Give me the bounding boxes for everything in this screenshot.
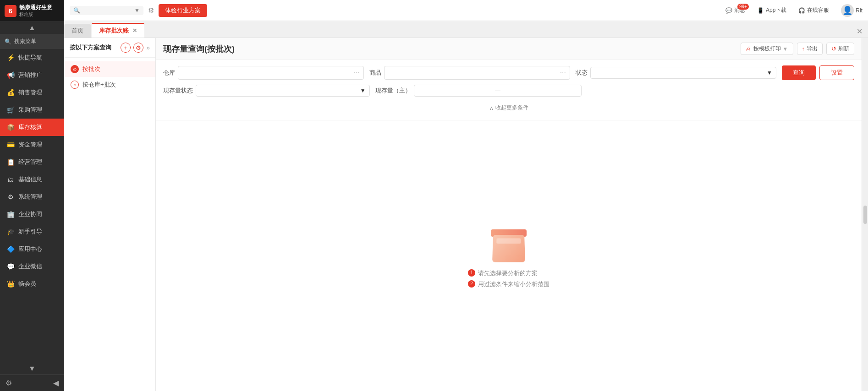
empty-hint-2: 2 用过滤条件来缩小分析范围 xyxy=(468,280,549,288)
status-select[interactable]: ▼ xyxy=(590,67,776,79)
product-input[interactable]: ··· xyxy=(384,66,570,80)
sidebar-item-operations[interactable]: 📋 经营管理 xyxy=(0,153,64,171)
sidebar-item-wechat[interactable]: 💬 企业微信 xyxy=(0,258,64,275)
product-dots-icon[interactable]: ··· xyxy=(560,69,566,77)
left-panel-header: 按以下方案查询 + ⚙ » xyxy=(64,38,155,58)
sidebar-item-member[interactable]: 👑 畅会员 xyxy=(0,275,64,293)
sidebar-search-label: 搜索菜单 xyxy=(14,38,36,45)
sidebar-item-label: 畅会员 xyxy=(18,280,36,288)
collapse-more-btn[interactable]: ∧ 收起更多条件 xyxy=(163,101,854,114)
inventory-status-field: 现存量状态 ▼ xyxy=(163,85,370,97)
query-btn[interactable]: 查询 xyxy=(782,65,816,80)
export-icon: ↑ xyxy=(802,45,805,52)
sidebar-item-label: 采购管理 xyxy=(18,106,42,114)
sidebar-item-newbie[interactable]: 🎓 新手引导 xyxy=(0,223,64,240)
settings-scheme-btn[interactable]: ⚙ xyxy=(133,43,143,53)
warehouse-input[interactable]: ··· xyxy=(178,66,364,80)
sidebar-item-finance[interactable]: 💳 资金管理 xyxy=(0,136,64,153)
collapse-left-panel-icon[interactable]: » xyxy=(146,44,150,51)
inventory-qty-range[interactable]: — xyxy=(414,85,582,97)
warehouse-dots-icon[interactable]: ··· xyxy=(354,69,360,77)
sidebar-footer: ⚙ ◀ xyxy=(0,375,64,391)
page-header: 现存量查询(按批次) 🖨 按模板打印 ▼ ↑ 导出 ↺ 刷新 xyxy=(156,38,862,60)
tabs-bar: 首页 库存批次账 ✕ ✕ xyxy=(64,21,868,38)
settings-footer-icon[interactable]: ⚙ xyxy=(5,379,12,387)
inventory-status-chevron-icon: ▼ xyxy=(360,87,366,94)
print-btn[interactable]: 🖨 按模板打印 ▼ xyxy=(741,43,793,55)
sidebar: 6 畅康通好生意 标准版 ▲ 🔍 搜索菜单 ⚡ 快捷导航 📢 营销推广 💰 销售… xyxy=(0,0,64,391)
sidebar-item-apps[interactable]: 🔷 应用中心 xyxy=(0,240,64,258)
product-label: 商品 xyxy=(369,69,381,77)
empty-box xyxy=(492,234,525,262)
refresh-btn[interactable]: ↺ 刷新 xyxy=(826,43,854,55)
top-bar: 🔍 ▼ ⚙ 体验行业方案 💬 消息 99+ 📱 App下载 🎧 在线客服 👤 R… xyxy=(64,0,868,21)
sidebar-item-marketing[interactable]: 📢 营销推广 xyxy=(0,66,64,84)
warehouse-field: 仓库 ··· xyxy=(163,66,364,80)
tab-home[interactable]: 首页 xyxy=(64,24,91,38)
inventory-status-select[interactable]: ▼ xyxy=(196,85,370,97)
sidebar-item-label: 应用中心 xyxy=(18,245,42,253)
scheme-item-by-batch[interactable]: ⊙ 按批次 xyxy=(64,61,155,77)
inventory-qty-label: 现存量（主） xyxy=(375,87,411,95)
collapse-label: 收起更多条件 xyxy=(495,104,528,112)
topbar-search-input[interactable] xyxy=(82,7,132,14)
service-icon: 🎧 xyxy=(798,7,805,14)
add-scheme-btn[interactable]: + xyxy=(121,43,131,53)
tab-close-icon[interactable]: ✕ xyxy=(132,27,137,34)
username: Rit xyxy=(856,7,863,14)
topbar-chevron-icon[interactable]: ▼ xyxy=(134,7,140,14)
filter-settings-btn[interactable]: 设置 xyxy=(819,65,854,80)
sidebar-item-label: 库存核算 xyxy=(18,123,42,131)
scheme-inactive-icon: ○ xyxy=(71,81,79,89)
inventory-qty-max[interactable] xyxy=(504,87,577,94)
experience-btn[interactable]: 体验行业方案 xyxy=(159,4,207,17)
tab-panel-close-icon[interactable]: ✕ xyxy=(851,27,868,38)
tab-inventory-batch[interactable]: 库存批次账 ✕ xyxy=(92,23,144,38)
avatar: 👤 xyxy=(841,4,854,17)
user-action[interactable]: 👤 Rit xyxy=(841,4,863,17)
search-icon: 🔍 xyxy=(5,38,11,45)
sidebar-item-label: 资金管理 xyxy=(18,141,42,149)
scrollbar-handle[interactable] xyxy=(863,206,867,224)
operations-icon: 📋 xyxy=(6,158,15,166)
sidebar-scroll-down[interactable]: ▼ xyxy=(0,363,64,375)
sidebar-item-system[interactable]: ⚙ 系统管理 xyxy=(0,188,64,206)
company-name: 畅康通好生意 xyxy=(19,4,52,11)
app-download-label: App下载 xyxy=(766,6,786,14)
sidebar-item-enterprise[interactable]: 🏢 企业协同 xyxy=(0,206,64,223)
basics-icon: 🗂 xyxy=(6,175,15,184)
status-chevron-icon: ▼ xyxy=(767,70,772,76)
collapse-sidebar-icon[interactable]: ◀ xyxy=(53,379,59,387)
sidebar-item-label: 企业协同 xyxy=(18,210,42,218)
quick-nav-icon: ⚡ xyxy=(6,54,15,62)
sidebar-scroll-up[interactable]: ▲ xyxy=(0,22,64,34)
topbar-gear-icon[interactable]: ⚙ xyxy=(148,6,154,15)
hint-num-2: 2 xyxy=(468,280,475,288)
scheme-item-by-warehouse-batch[interactable]: ○ 按仓库+批次 xyxy=(64,77,155,92)
finance-icon: 💳 xyxy=(6,141,15,149)
messages-badge: 99+ xyxy=(737,4,749,10)
sidebar-item-label: 基础信息 xyxy=(18,175,42,184)
topbar-search-box[interactable]: 🔍 ▼ xyxy=(70,6,143,15)
online-service-action[interactable]: 🎧 在线客服 xyxy=(798,6,829,14)
sidebar-search-item[interactable]: 🔍 搜索菜单 xyxy=(0,34,64,49)
export-btn[interactable]: ↑ 导出 xyxy=(797,43,823,55)
warehouse-label: 仓库 xyxy=(163,69,175,77)
inventory-qty-dash: — xyxy=(495,87,500,94)
sidebar-item-sales[interactable]: 💰 销售管理 xyxy=(0,84,64,101)
sidebar-item-label: 快捷导航 xyxy=(18,54,42,62)
inventory-qty-min[interactable] xyxy=(418,87,491,94)
sidebar-item-basics[interactable]: 🗂 基础信息 xyxy=(0,171,64,188)
scheme-by-warehouse-batch-label: 按仓库+批次 xyxy=(82,81,116,89)
sidebar-item-purchase[interactable]: 🛒 采购管理 xyxy=(0,101,64,119)
sidebar-item-inventory[interactable]: 📦 库存核算 xyxy=(0,119,64,136)
content-area: 按以下方案查询 + ⚙ » ⊙ 按批次 ○ 按仓库+批次 xyxy=(64,38,868,391)
messages-action[interactable]: 💬 消息 99+ xyxy=(725,6,745,14)
tab-home-label: 首页 xyxy=(71,27,83,35)
refresh-btn-label: 刷新 xyxy=(838,45,849,53)
app-download-action[interactable]: 📱 App下载 xyxy=(757,6,786,14)
app-logo: 6 xyxy=(5,5,16,17)
sidebar-item-quick-nav[interactable]: ⚡ 快捷导航 xyxy=(0,49,64,66)
member-icon: 👑 xyxy=(6,280,15,288)
empty-illustration xyxy=(486,221,532,262)
